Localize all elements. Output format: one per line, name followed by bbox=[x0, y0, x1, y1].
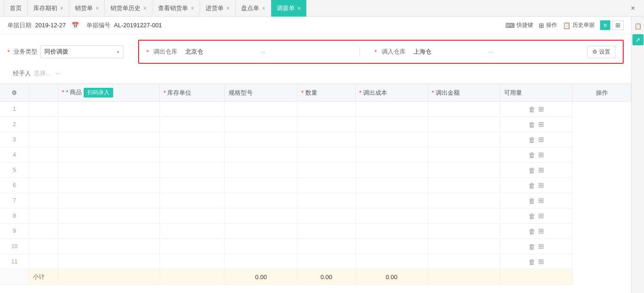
tab-purchase[interactable]: 进货单 × bbox=[200, 0, 236, 17]
available-cell[interactable] bbox=[428, 254, 500, 269]
cost-cell[interactable] bbox=[298, 117, 356, 132]
tab-view-sales[interactable]: 查看销货单 × bbox=[152, 0, 200, 17]
close-icon[interactable]: × bbox=[262, 5, 265, 12]
tab-stocktake[interactable]: 盘点单 × bbox=[236, 0, 271, 17]
out-warehouse-value[interactable]: 北京仓 bbox=[181, 45, 255, 58]
close-icon[interactable]: × bbox=[226, 5, 230, 12]
spec-cell[interactable] bbox=[159, 163, 225, 178]
amount-cell[interactable] bbox=[355, 163, 428, 178]
cost-cell[interactable] bbox=[298, 239, 356, 254]
copy-button[interactable]: ⊞ bbox=[538, 242, 544, 250]
close-icon[interactable]: × bbox=[96, 5, 99, 12]
qty-cell[interactable] bbox=[225, 163, 298, 178]
close-icon[interactable]: × bbox=[60, 5, 63, 12]
product-cell[interactable] bbox=[29, 102, 58, 117]
unit-cell[interactable] bbox=[58, 117, 160, 132]
close-icon[interactable]: × bbox=[191, 5, 194, 12]
unit-cell[interactable] bbox=[58, 208, 160, 224]
amount-cell[interactable] bbox=[355, 147, 428, 163]
delete-button[interactable]: 🗑 bbox=[529, 243, 535, 250]
unit-cell[interactable] bbox=[58, 224, 160, 239]
tab-transfer[interactable]: 调拨单 × bbox=[271, 0, 307, 17]
available-cell[interactable] bbox=[428, 163, 500, 178]
cost-cell[interactable] bbox=[298, 147, 356, 163]
amount-cell[interactable] bbox=[355, 208, 428, 224]
close-icon[interactable]: × bbox=[143, 5, 146, 12]
delete-button[interactable]: 🗑 bbox=[529, 136, 535, 144]
window-close-button[interactable]: × bbox=[626, 1, 640, 16]
copy-button[interactable]: ⊞ bbox=[538, 151, 544, 159]
available-cell[interactable] bbox=[428, 117, 500, 132]
unit-cell[interactable] bbox=[58, 163, 160, 178]
scan-button[interactable]: 扫码录入 bbox=[84, 88, 113, 98]
available-cell[interactable] bbox=[428, 147, 500, 163]
product-cell[interactable] bbox=[29, 239, 58, 254]
qty-cell[interactable] bbox=[225, 208, 298, 224]
qty-cell[interactable] bbox=[225, 254, 298, 269]
unit-cell[interactable] bbox=[58, 193, 160, 208]
qty-cell[interactable] bbox=[225, 239, 298, 254]
delete-button[interactable]: 🗑 bbox=[529, 105, 535, 113]
qty-cell[interactable] bbox=[225, 178, 298, 193]
unit-cell[interactable] bbox=[58, 147, 160, 163]
tab-sales-order[interactable]: 销货单 × bbox=[69, 0, 105, 17]
copy-button[interactable]: ⊞ bbox=[538, 181, 544, 189]
grid-view-button[interactable]: ⊞ bbox=[612, 20, 624, 30]
delete-button[interactable]: 🗑 bbox=[529, 197, 535, 205]
available-cell[interactable] bbox=[428, 193, 500, 208]
product-cell[interactable] bbox=[29, 224, 58, 239]
copy-button[interactable]: ⊞ bbox=[538, 212, 544, 220]
sidebar-list-button[interactable]: 📋 bbox=[632, 20, 644, 31]
amount-cell[interactable] bbox=[355, 254, 428, 269]
cost-cell[interactable] bbox=[298, 193, 356, 208]
product-cell[interactable] bbox=[29, 117, 58, 132]
available-cell[interactable] bbox=[428, 208, 500, 224]
unit-cell[interactable] bbox=[58, 132, 160, 147]
copy-button[interactable]: ⊞ bbox=[538, 166, 544, 174]
cost-cell[interactable] bbox=[298, 132, 356, 147]
delete-button[interactable]: 🗑 bbox=[529, 151, 535, 159]
in-warehouse-value[interactable]: 上海仓 bbox=[409, 45, 483, 58]
qty-cell[interactable] bbox=[225, 193, 298, 208]
qty-cell[interactable] bbox=[225, 117, 298, 132]
available-cell[interactable] bbox=[428, 132, 500, 147]
amount-cell[interactable] bbox=[355, 178, 428, 193]
amount-cell[interactable] bbox=[355, 224, 428, 239]
spec-cell[interactable] bbox=[159, 224, 225, 239]
settings-button[interactable]: ⚙ 设置 bbox=[587, 46, 615, 58]
spec-cell[interactable] bbox=[159, 239, 225, 254]
history-button[interactable]: 📋 历史单据 bbox=[563, 21, 595, 29]
product-cell[interactable] bbox=[29, 132, 58, 147]
product-cell[interactable] bbox=[29, 254, 58, 269]
shortcut-button[interactable]: ⌨ 快捷键 bbox=[505, 21, 533, 29]
out-warehouse-more-icon[interactable]: ··· bbox=[261, 49, 265, 55]
cost-cell[interactable] bbox=[298, 208, 356, 224]
unit-cell[interactable] bbox=[58, 254, 160, 269]
spec-cell[interactable] bbox=[159, 132, 225, 147]
product-cell[interactable] bbox=[29, 193, 58, 208]
gear-column-header[interactable]: ⚙ bbox=[0, 84, 29, 102]
delete-button[interactable]: 🗑 bbox=[529, 212, 535, 220]
delete-button[interactable]: 🗑 bbox=[529, 182, 535, 189]
copy-button[interactable]: ⊞ bbox=[538, 257, 544, 266]
copy-button[interactable]: ⊞ bbox=[538, 135, 544, 144]
copy-button[interactable]: ⊞ bbox=[538, 196, 544, 205]
handler-placeholder[interactable]: 选择... bbox=[34, 69, 51, 78]
spec-cell[interactable] bbox=[159, 147, 225, 163]
product-cell[interactable] bbox=[29, 178, 58, 193]
amount-cell[interactable] bbox=[355, 193, 428, 208]
product-cell[interactable] bbox=[29, 147, 58, 163]
product-cell[interactable] bbox=[29, 208, 58, 224]
amount-cell[interactable] bbox=[355, 239, 428, 254]
available-cell[interactable] bbox=[428, 102, 500, 117]
spec-cell[interactable] bbox=[159, 117, 225, 132]
close-icon[interactable]: × bbox=[298, 5, 301, 12]
qty-cell[interactable] bbox=[225, 132, 298, 147]
tab-home[interactable]: 首页 bbox=[4, 0, 28, 17]
available-cell[interactable] bbox=[428, 178, 500, 193]
spec-cell[interactable] bbox=[159, 193, 225, 208]
spec-cell[interactable] bbox=[159, 178, 225, 193]
qty-cell[interactable] bbox=[225, 102, 298, 117]
unit-cell[interactable] bbox=[58, 102, 160, 117]
delete-button[interactable]: 🗑 bbox=[529, 121, 535, 128]
